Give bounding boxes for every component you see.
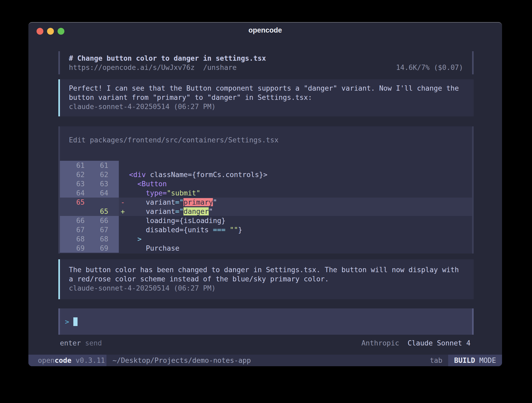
session-header: # Change button color to danger in setti… — [58, 51, 474, 74]
diff-gutter-pad — [111, 244, 119, 253]
diff-code-line — [119, 161, 472, 170]
diff-code-line: type="submit" — [119, 188, 472, 198]
diff-row: 6363 <Button — [60, 179, 472, 188]
diff-gutter-pad — [111, 179, 119, 188]
session-title: # Change button color to danger in setti… — [60, 54, 472, 63]
status-bar: opencode v0.3.11 ~/Desktop/Projects/demo… — [28, 355, 502, 366]
titlebar[interactable]: opencode — [28, 23, 502, 39]
diff-gutter-pad — [111, 225, 119, 234]
diff-old-line-number: 63 — [60, 179, 87, 188]
app-name-suffix: code — [55, 356, 71, 364]
diff-new-line-number: 62 — [87, 170, 111, 179]
diff-view: 61616262 <div className={formCs.controls… — [60, 161, 472, 253]
app-version-chip: opencode v0.3.11 — [28, 355, 106, 366]
message-line: Perfect! I can see that the Button compo… — [60, 84, 472, 93]
message-line: The button color has been changed to dan… — [60, 265, 472, 274]
diff-gutter-pad — [111, 170, 119, 179]
diff-code-line: + variant="danger" — [119, 207, 472, 216]
diff-code-line: - variant="primary" — [119, 198, 472, 207]
diff-old-line-number: 68 — [60, 234, 87, 244]
app-version: v0.3.11 — [71, 356, 105, 364]
working-directory: ~/Desktop/Projects/demo-notes-app — [112, 355, 251, 366]
mode-label: BUILD — [454, 356, 475, 364]
edit-file-header: Edit packages/frontend/src/containers/Se… — [60, 135, 472, 144]
app-name-prefix: open — [38, 356, 55, 364]
hint-row: enter send Anthropic Claude Sonnet 4 — [60, 338, 470, 348]
diff-gutter-pad — [111, 216, 119, 225]
diff-new-line-number: 67 — [87, 225, 111, 234]
diff-row: 6262 <div className={formCs.controls}> — [60, 170, 472, 179]
model-provider: Anthropic — [361, 339, 399, 347]
send-action-hint: send — [85, 338, 102, 348]
diff-row: 6464 type="submit" — [60, 188, 472, 198]
text-cursor — [73, 317, 78, 326]
diff-row: 65+ variant="danger" — [60, 207, 472, 216]
diff-code-line: Purchase — [119, 244, 472, 253]
mode-suffix: MODE — [475, 356, 496, 364]
assistant-message: Perfect! I can see that the Button compo… — [58, 79, 474, 116]
diff-old-line-number: 64 — [60, 188, 87, 198]
prompt-symbol: > — [65, 317, 69, 326]
mode-chip[interactable]: BUILD MODE — [448, 355, 502, 366]
diff-row: 6767 disabled={units === ""} — [60, 225, 472, 234]
diff-new-line-number: 65 — [87, 207, 111, 216]
diff-row: 6969 Purchase — [60, 244, 472, 253]
window-title: opencode — [28, 26, 502, 34]
prompt-input[interactable]: > — [58, 308, 474, 335]
message-line: a red/rose color scheme instead of the b… — [60, 274, 472, 283]
diff-new-line-number: 64 — [87, 188, 111, 198]
diff-row: 6868 > — [60, 234, 472, 244]
diff-gutter-pad — [111, 198, 119, 207]
diff-code-line: loading={isLoading} — [119, 216, 472, 225]
diff-gutter-pad — [111, 161, 119, 170]
diff-gutter-pad — [111, 207, 119, 216]
diff-row: 65- variant="primary" — [60, 198, 472, 207]
message-meta: claude-sonnet-4-20250514 (06:27 PM) — [60, 283, 472, 293]
message-meta: claude-sonnet-4-20250514 (06:27 PM) — [60, 102, 472, 111]
message-line: button variant from "primary" to "danger… — [60, 93, 472, 102]
model-name: Claude Sonnet 4 — [408, 339, 470, 347]
diff-new-line-number — [87, 198, 111, 207]
diff-old-line-number: 62 — [60, 170, 87, 179]
diff-new-line-number: 61 — [87, 161, 111, 170]
diff-new-line-number: 63 — [87, 179, 111, 188]
diff-old-line-number: 66 — [60, 216, 87, 225]
share-url[interactable]: https://opencode.ai/s/UwJxv76z — [69, 63, 195, 72]
diff-old-line-number: 69 — [60, 244, 87, 253]
diff-old-line-number: 61 — [60, 161, 87, 170]
diff-gutter-pad — [111, 188, 119, 198]
enter-key-hint: enter — [60, 338, 81, 348]
diff-code-line: <Button — [119, 179, 472, 188]
diff-new-line-number: 66 — [87, 216, 111, 225]
diff-row: 6666 loading={isLoading} — [60, 216, 472, 225]
unshare-command[interactable]: /unshare — [203, 63, 237, 72]
diff-row: 6161 — [60, 161, 472, 170]
diff-new-line-number: 68 — [87, 234, 111, 244]
diff-code-line: disabled={units === ""} — [119, 225, 472, 234]
diff-new-line-number: 69 — [87, 244, 111, 253]
diff-code-line: <div className={formCs.controls}> — [119, 170, 472, 179]
diff-gutter-pad — [111, 234, 119, 244]
diff-old-line-number: 65 — [60, 198, 87, 207]
token-usage-stats: 14.6K/7% ($0.07) — [396, 63, 463, 72]
opencode-window: opencode # Change button color to danger… — [28, 22, 502, 366]
diff-old-line-number: 67 — [60, 225, 87, 234]
diff-old-line-number — [60, 207, 87, 216]
edit-tool-card: Edit packages/frontend/src/containers/Se… — [58, 126, 474, 254]
model-info: Anthropic Claude Sonnet 4 — [361, 338, 470, 348]
assistant-message: The button color has been changed to dan… — [58, 259, 474, 299]
diff-code-line: > — [119, 234, 472, 244]
tab-key-hint: tab — [430, 355, 442, 366]
